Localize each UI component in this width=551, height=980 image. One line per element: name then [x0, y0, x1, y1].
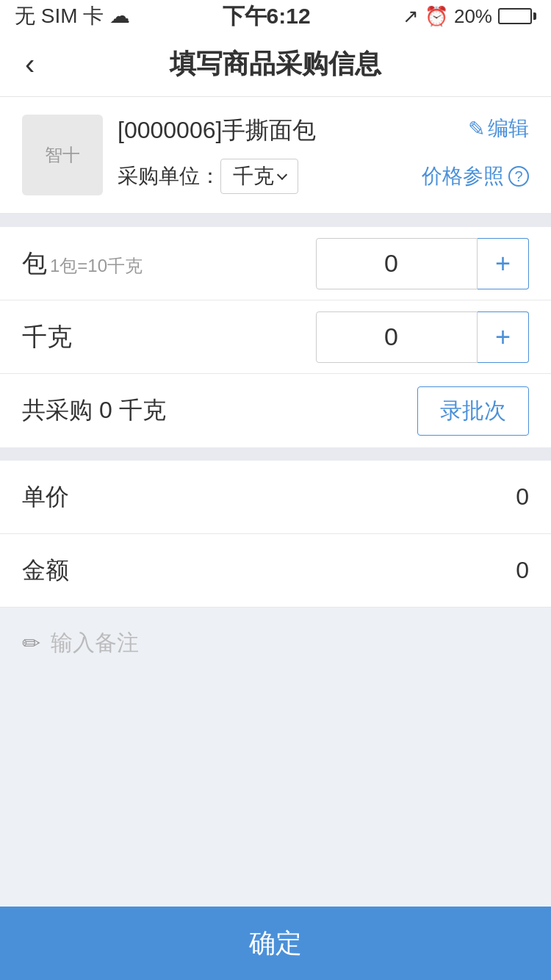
edit-icon: ✎ — [468, 117, 485, 141]
form-row-kg: 千克 + — [0, 300, 551, 374]
unit-selector-group: 采购单位： 千克 — [118, 159, 298, 194]
confirm-bar[interactable]: 确定 — [0, 907, 551, 980]
unit-label: 采购单位： — [118, 162, 220, 190]
edit-label: 编辑 — [488, 115, 529, 143]
amount-value: 0 — [516, 557, 529, 584]
unit-price-value: 0 — [516, 483, 529, 511]
sim-label: 无 SIM 卡 ☁ — [15, 2, 130, 30]
total-row: 共采购 0 千克 录批次 — [0, 374, 551, 447]
status-time: 下午6:12 — [223, 1, 311, 32]
edit-button[interactable]: ✎ 编辑 — [468, 115, 529, 143]
pack-sublabel: 1包=10千克 — [50, 256, 143, 275]
price-ref-label: 价格参照 — [422, 162, 504, 190]
total-label: 共采购 0 千克 — [22, 394, 166, 427]
product-image: 智十 — [22, 115, 103, 195]
alarm-icon: ⏰ — [425, 5, 448, 28]
notes-section[interactable]: ✏ 输入备注 — [0, 608, 551, 679]
status-left: 无 SIM 卡 ☁ — [15, 2, 130, 30]
location-icon: ↗ — [403, 5, 419, 28]
notes-placeholder: 输入备注 — [51, 628, 139, 658]
product-top-row: [0000006]手撕面包 ✎ 编辑 — [118, 115, 529, 147]
kg-input-group: + — [118, 311, 529, 363]
kg-input[interactable] — [316, 311, 478, 363]
amount-row: 金额 0 — [0, 534, 551, 608]
section-divider-1 — [0, 214, 551, 227]
batch-button[interactable]: 录批次 — [417, 386, 529, 436]
back-button[interactable]: ‹ — [18, 40, 42, 88]
product-card: 智十 [0000006]手撕面包 ✎ 编辑 采购单位： 千克 价格参照 ? — [0, 97, 551, 214]
unit-price-row: 单价 0 — [0, 461, 551, 534]
product-name: [0000006]手撕面包 — [118, 115, 316, 147]
chevron-down-icon — [277, 170, 287, 180]
battery-icon — [498, 8, 536, 24]
pack-plus-button[interactable]: + — [478, 238, 529, 289]
unit-select[interactable]: 千克 — [220, 159, 298, 194]
help-icon: ? — [508, 166, 529, 187]
kg-label: 千克 — [22, 320, 118, 354]
price-ref-button[interactable]: 价格参照 ? — [422, 162, 529, 190]
form-row-pack: 包1包=10千克 + — [0, 227, 551, 300]
price-section: 单价 0 金额 0 — [0, 461, 551, 608]
nav-bar: ‹ 填写商品采购信息 — [0, 32, 551, 97]
kg-plus-button[interactable]: + — [478, 311, 529, 363]
status-right: ↗ ⏰ 20% — [403, 5, 536, 28]
form-section: 包1包=10千克 + 千克 + — [0, 227, 551, 374]
bottom-area — [0, 679, 551, 929]
pack-input[interactable] — [316, 238, 478, 289]
notes-pencil-icon: ✏ — [22, 630, 40, 656]
pack-input-group: + — [143, 238, 529, 289]
amount-label: 金额 — [22, 555, 69, 587]
pack-label: 包1包=10千克 — [22, 247, 143, 281]
confirm-button-label: 确定 — [249, 926, 302, 962]
product-image-placeholder: 智十 — [45, 143, 80, 167]
unit-price-label: 单价 — [22, 481, 69, 514]
status-bar: 无 SIM 卡 ☁ 下午6:12 ↗ ⏰ 20% — [0, 0, 551, 32]
product-unit-row: 采购单位： 千克 价格参照 ? — [118, 159, 529, 194]
battery-percent: 20% — [454, 5, 492, 28]
unit-value: 千克 — [233, 162, 274, 190]
section-divider-2 — [0, 447, 551, 461]
product-info: [0000006]手撕面包 ✎ 编辑 采购单位： 千克 价格参照 ? — [118, 115, 529, 194]
page-title: 填写商品采购信息 — [170, 46, 381, 82]
